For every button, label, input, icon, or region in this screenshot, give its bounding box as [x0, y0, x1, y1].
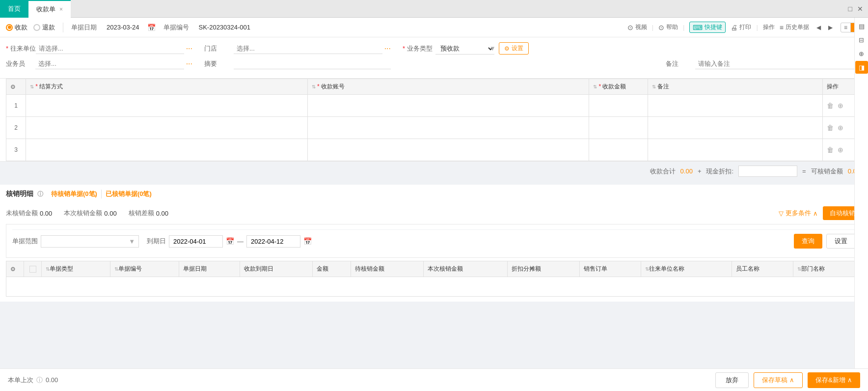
refund-radio[interactable]: 退款: [33, 23, 55, 32]
date-to-input[interactable]: [246, 235, 300, 248]
remark-input[interactable]: [695, 58, 862, 69]
staff-input[interactable]: [35, 58, 184, 69]
settings-button[interactable]: ⚙ 设置: [499, 42, 529, 55]
filter-container: 单据范围 ▼ 到期日 📅 — 📅 查询 设置: [6, 224, 862, 258]
receipt-radio[interactable]: 收款: [6, 23, 27, 32]
receipt-radio-label: 收款: [15, 23, 27, 32]
date-field: 单据日期 2023-03-24 📅: [71, 23, 156, 32]
date-from-input[interactable]: [169, 235, 223, 248]
print-btn[interactable]: 🖨 打印: [731, 23, 751, 31]
staff-more-btn[interactable]: ···: [186, 59, 192, 68]
more-conditions-btn[interactable]: ▽ 更多条件 ∧: [779, 209, 818, 218]
diff-label: 核销差额: [129, 209, 154, 218]
nav-prev-btn[interactable]: ◀: [814, 23, 824, 32]
help-label: 帮助: [666, 23, 678, 31]
row-1-amount[interactable]: [589, 95, 648, 117]
form-area: 往来单位 ··· 门店 ··· 业务类型 预收款 ▼ ⚙ 设置 业务员: [0, 37, 868, 79]
row-3-delete-icon[interactable]: 🗑: [827, 146, 834, 154]
toolbar-right: ⊙ 视频 | ⊙ 帮助 | ⌨ 快捷键 🖨 打印 | 操作 ≡ 历史单据 ◀ ▶: [627, 22, 862, 33]
section-info-icon[interactable]: ⓘ: [37, 190, 43, 198]
save-new-btn[interactable]: 保存&新增 ∧: [808, 372, 860, 388]
list-view-btn[interactable]: ≡: [841, 23, 851, 32]
row-2-copy-icon[interactable]: ⊕: [838, 124, 843, 132]
date-from-icon[interactable]: 📅: [226, 237, 234, 245]
tab-bar-right: □ ✕: [848, 5, 868, 13]
bottom-table-gear-icon[interactable]: ⚙: [10, 266, 16, 273]
query-btn[interactable]: 查询: [794, 234, 822, 249]
history-btn[interactable]: ≡ 历史单据: [780, 23, 809, 31]
filter-settings-btn[interactable]: 设置: [826, 234, 856, 249]
biz-type-label: 业务类型: [403, 44, 433, 53]
tab-receipt[interactable]: 收款单 ×: [28, 0, 71, 18]
sidebar-attach-icon[interactable]: ⊕: [855, 47, 868, 60]
col-sales-order: 销售订单: [580, 261, 641, 277]
row-2-amount[interactable]: [589, 117, 648, 139]
shortcut-btn[interactable]: ⌨ 快捷键: [689, 22, 726, 33]
select-all-checkbox[interactable]: [29, 266, 36, 273]
sidebar-expand-icon[interactable]: ◨: [855, 61, 868, 74]
help-btn[interactable]: ⊙ 帮助: [658, 23, 678, 31]
row-1-settlement[interactable]: [26, 95, 308, 117]
tab-receipt-label: 收款单: [36, 5, 55, 14]
discount-input[interactable]: [738, 166, 797, 177]
window-restore-icon[interactable]: □: [848, 5, 852, 13]
more-conditions-label: 更多条件: [786, 209, 811, 218]
row-1-account[interactable]: [307, 95, 589, 117]
summary-row: 收款合计 0.00 + 现金折扣: = 可核销金额 0.00: [0, 161, 868, 181]
row-2-settlement[interactable]: [26, 117, 308, 139]
col-remark-label: 备注: [657, 83, 669, 90]
receipt-type-radio-group: 收款 退款: [6, 23, 55, 32]
operation-btn[interactable]: 操作: [763, 23, 775, 31]
counterpart-input[interactable]: [36, 43, 184, 54]
row-3-account[interactable]: [307, 139, 589, 161]
table-gear-icon[interactable]: ⚙: [10, 84, 16, 90]
row-1-copy-icon[interactable]: ⊕: [838, 102, 843, 110]
row-3-settlement[interactable]: [26, 139, 308, 161]
row-3-amount[interactable]: [589, 139, 648, 161]
print-icon: 🖨: [731, 24, 737, 31]
row-2-account[interactable]: [307, 117, 589, 139]
row-2-remark[interactable]: [648, 117, 823, 139]
row-2-delete-icon[interactable]: 🗑: [827, 124, 834, 132]
row-1-remark[interactable]: [648, 95, 823, 117]
row-3-remark[interactable]: [648, 139, 823, 161]
range-select[interactable]: [41, 235, 139, 248]
row-num-2: 2: [6, 117, 26, 139]
pending-tab-label: 待核销单据(0笔): [51, 190, 97, 197]
row-1-delete-icon[interactable]: 🗑: [827, 102, 834, 110]
pending-tab[interactable]: 待核销单据(0笔): [47, 190, 102, 198]
order-label: 本单上次: [8, 376, 33, 385]
history-icon: ≡: [780, 24, 784, 31]
save-new-dropdown-icon[interactable]: ∧: [847, 376, 852, 384]
summary-input[interactable]: [234, 58, 391, 69]
writeoff-tabs: 待核销单据(0笔) 已核销单据(0笔): [47, 190, 156, 198]
footer-left: 本单上次 ⓘ 0.00: [8, 376, 58, 385]
sidebar-list-icon[interactable]: ⊟: [855, 33, 868, 46]
calendar-icon[interactable]: 📅: [147, 24, 156, 31]
writeoff-right: ▽ 更多条件 ∧ 自动核销: [779, 206, 862, 220]
done-tab[interactable]: 已核销单据(0笔): [102, 190, 156, 198]
save-draft-btn[interactable]: 保存草稿 ∧: [754, 372, 803, 388]
row-3-copy-icon[interactable]: ⊕: [838, 146, 843, 154]
abandon-btn[interactable]: 放弃: [715, 372, 749, 388]
store-input[interactable]: [234, 43, 382, 54]
biz-type-select[interactable]: 预收款: [435, 43, 494, 55]
video-btn[interactable]: ⊙ 视频: [627, 23, 647, 31]
col-pending-amount: 待核销金额: [351, 261, 424, 277]
footer-info-icon[interactable]: ⓘ: [36, 376, 43, 385]
date-to-icon[interactable]: 📅: [303, 237, 312, 245]
sidebar-table-icon[interactable]: ▤: [855, 20, 868, 32]
col-staff-name: 员工名称: [732, 261, 793, 277]
due-date-label: 到期日: [147, 237, 166, 246]
counterpart-more-btn[interactable]: ···: [186, 44, 192, 53]
col-doc-type: ⇅单据类型: [42, 261, 110, 277]
nav-next-btn[interactable]: ▶: [826, 23, 836, 32]
tab-home[interactable]: 首页: [0, 0, 28, 18]
window-close-icon[interactable]: ✕: [857, 5, 863, 13]
draft-dropdown-icon[interactable]: ∧: [789, 376, 794, 384]
store-more-btn[interactable]: ···: [384, 44, 391, 53]
summary-field: 摘要: [204, 58, 391, 69]
section-divider: [0, 181, 868, 185]
tab-close-icon[interactable]: ×: [59, 6, 63, 13]
col-counterpart-name: ⇅往来单位名称: [641, 261, 732, 277]
